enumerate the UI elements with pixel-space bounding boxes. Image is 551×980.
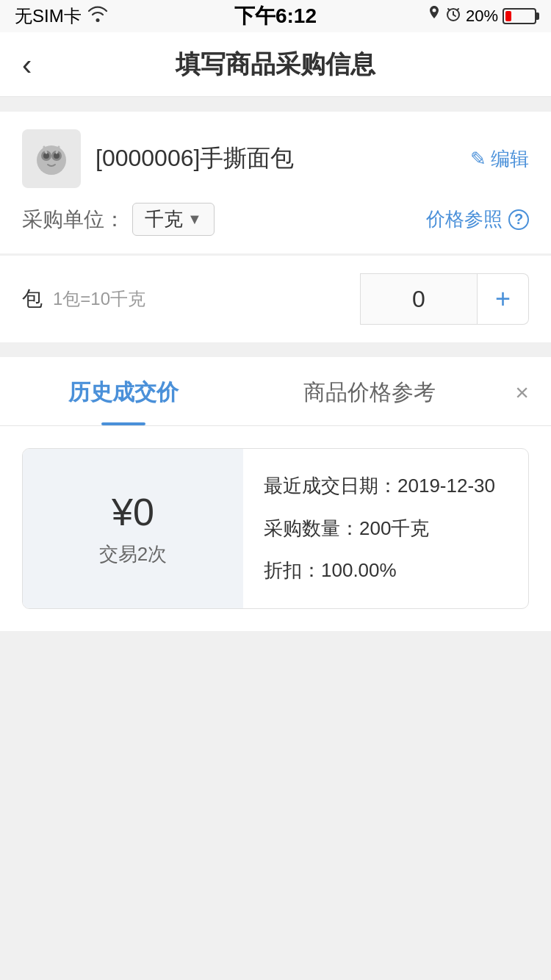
quantity-input[interactable]: 0 [360,273,478,325]
wifi-icon [87,6,108,26]
detail-date-value: 2019-12-30 [397,475,495,497]
svg-line-2 [453,15,455,16]
status-right: 20% [428,6,536,26]
unit-box-label: 包 [22,285,43,313]
status-time: 下午6:12 [234,2,317,30]
location-icon [428,6,441,26]
detail-qty-row: 采购数量：200千克 [264,514,508,544]
price-amount: ¥0 [112,490,154,534]
quantity-plus-button[interactable]: + [478,273,529,325]
tab-product-price-ref[interactable]: 商品价格参考 [247,357,494,425]
detail-discount-label: 折扣： [264,559,321,581]
quantity-row: 包 1包=10千克 0 + [0,255,551,342]
unit-label-text: 采购单位： [22,206,125,234]
status-left: 无SIM卡 [15,4,108,28]
edit-label: 编辑 [491,146,529,172]
bottom-area [0,631,551,980]
product-left: [0000006]手撕面包 [22,129,294,188]
price-summary-panel: ¥0 交易2次 [23,449,243,608]
detail-qty-value: 200千克 [359,517,429,539]
price-card: ¥0 交易2次 最近成交日期：2019-12-30 采购数量：200千克 折扣：… [22,448,529,609]
dropdown-arrow-icon: ▼ [187,211,202,228]
product-name: [0000006]手撕面包 [96,143,294,175]
edit-button[interactable]: ✎ 编辑 [470,146,529,172]
detail-discount-value: 100.00% [321,559,397,581]
transaction-count: 交易2次 [99,541,167,567]
quantity-unit-info: 包 1包=10千克 [22,285,145,313]
page-title: 填写商品采购信息 [176,48,375,82]
detail-qty-label: 采购数量： [264,517,359,539]
tab1-label: 历史成交价 [68,380,179,404]
product-header: [0000006]手撕面包 ✎ 编辑 [22,129,529,188]
detail-date-label: 最近成交日期： [264,475,397,497]
tabs-close-button[interactable]: × [493,359,551,424]
svg-point-3 [37,145,66,175]
back-button[interactable]: ‹ [22,50,32,79]
info-icon: ? [508,209,529,230]
status-bar: 无SIM卡 下午6:12 20% [0,0,551,32]
detail-date-row: 最近成交日期：2019-12-30 [264,471,508,502]
tab-history-price[interactable]: 历史成交价 [0,357,247,425]
quantity-controls: 0 + [360,273,529,325]
tabs-panel: 历史成交价 商品价格参考 × ¥0 交易2次 最近成交日期：2019-12-30… [0,357,551,631]
tab2-label: 商品价格参考 [303,380,436,404]
unit-value: 千克 [145,206,183,232]
carrier-text: 无SIM卡 [15,4,82,28]
unit-conversion-text: 1包=10千克 [53,287,145,311]
alarm-icon [445,6,461,26]
unit-select-dropdown[interactable]: 千克 ▼ [132,203,215,236]
battery-percent: 20% [466,7,498,26]
price-reference-button[interactable]: 价格参照 ? [426,206,529,232]
battery-icon [503,8,536,24]
product-thumbnail [22,129,81,188]
price-detail-panel: 最近成交日期：2019-12-30 采购数量：200千克 折扣：100.00% [243,449,528,608]
quantity-value: 0 [412,286,425,313]
product-card: [0000006]手撕面包 ✎ 编辑 采购单位： 千克 ▼ 价格参照 ? [0,112,551,253]
edit-icon: ✎ [470,148,486,170]
product-unit-row: 采购单位： 千克 ▼ 价格参照 ? [22,203,529,236]
history-price-content: ¥0 交易2次 最近成交日期：2019-12-30 采购数量：200千克 折扣：… [0,426,551,631]
tabs-header: 历史成交价 商品价格参考 × [0,357,551,426]
price-ref-label: 价格参照 [426,206,503,232]
detail-discount-row: 折扣：100.00% [264,555,508,586]
nav-bar: ‹ 填写商品采购信息 [0,32,551,97]
unit-label: 采购单位： 千克 ▼ [22,203,215,236]
